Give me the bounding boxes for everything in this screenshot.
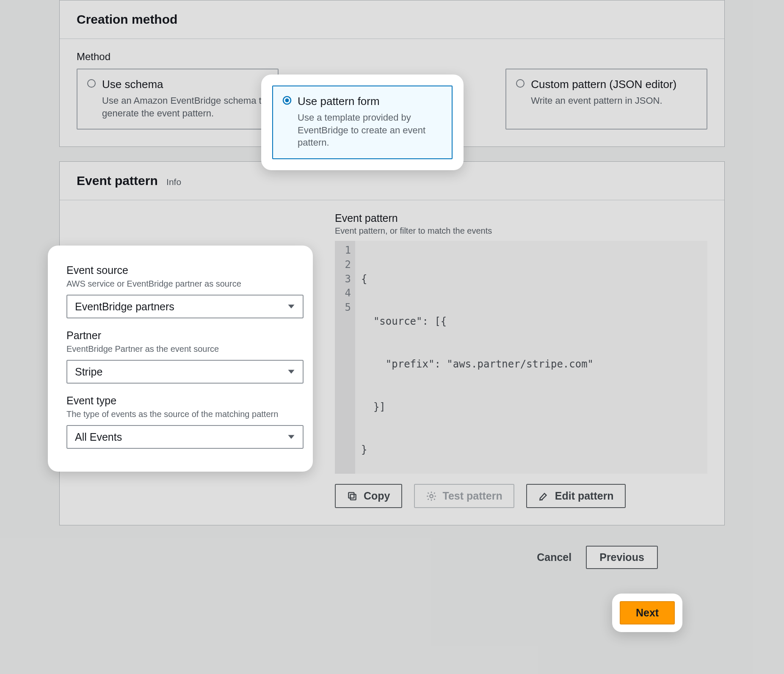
- partner-group: Partner EventBridge Partner as the event…: [66, 329, 294, 384]
- partner-label: Partner: [66, 329, 294, 342]
- code-editor[interactable]: 1 2 3 4 5 { "source": [{ "prefix": "aws.…: [335, 241, 707, 474]
- line-number: 4: [339, 286, 351, 301]
- svg-point-1: [516, 80, 524, 87]
- previous-button[interactable]: Previous: [586, 546, 658, 569]
- code-gutter: 1 2 3 4 5: [335, 241, 355, 474]
- highlight-source-form: Event source AWS service or EventBridge …: [48, 246, 313, 472]
- event-source-group: Event source AWS service or EventBridge …: [66, 264, 294, 318]
- method-option-title: Use pattern form: [298, 95, 442, 108]
- code-line: "prefix": "aws.partner/stripe.com": [361, 357, 594, 372]
- method-option-title: Custom pattern (JSON editor): [531, 78, 676, 91]
- method-option-custom[interactable]: Custom pattern (JSON editor) Write an ev…: [505, 69, 707, 130]
- svg-rect-2: [351, 494, 356, 500]
- line-number: 5: [339, 301, 351, 315]
- code-line: }]: [361, 400, 594, 414]
- line-number: 2: [339, 258, 351, 272]
- code-lines: { "source": [{ "prefix": "aws.partner/st…: [355, 241, 599, 474]
- line-number: 1: [339, 243, 351, 258]
- next-button[interactable]: Next: [620, 601, 675, 624]
- code-hint: Event pattern, or filter to match the ev…: [335, 226, 707, 236]
- highlight-next: Next: [612, 594, 682, 632]
- code-column: Event pattern Event pattern, or filter t…: [335, 212, 707, 508]
- edit-pattern-button[interactable]: Edit pattern: [526, 484, 626, 508]
- method-label: Method: [77, 51, 707, 63]
- copy-button[interactable]: Copy: [335, 484, 402, 508]
- code-line: }: [361, 443, 594, 457]
- partner-value: Stripe: [75, 366, 102, 378]
- event-type-hint: The type of events as the source of the …: [66, 409, 294, 420]
- gear-icon: [426, 491, 437, 502]
- code-label: Event pattern: [335, 212, 707, 224]
- method-option-desc: Write an event pattern in JSON.: [531, 94, 676, 107]
- method-option-title: Use schema: [102, 78, 268, 91]
- event-source-hint: AWS service or EventBridge partner as so…: [66, 278, 294, 290]
- method-option-pattern-form[interactable]: Use pattern form Use a template provided…: [272, 86, 453, 159]
- svg-point-6: [285, 99, 289, 102]
- method-option-desc: Use an Amazon EventBridge schema to gene…: [102, 94, 268, 119]
- test-pattern-button: Test pattern: [414, 484, 514, 508]
- event-source-select[interactable]: EventBridge partners: [66, 295, 304, 318]
- line-number: 3: [339, 272, 351, 287]
- test-label: Test pattern: [443, 490, 502, 502]
- chevron-down-icon: [287, 303, 295, 310]
- highlight-pattern-form: Use pattern form Use a template provided…: [261, 75, 464, 170]
- edit-label: Edit pattern: [555, 490, 614, 502]
- radio-selected-icon: [282, 96, 292, 105]
- cancel-button[interactable]: Cancel: [534, 551, 574, 564]
- svg-point-4: [430, 494, 433, 498]
- copy-label: Copy: [364, 490, 390, 502]
- edit-icon: [538, 491, 549, 502]
- copy-icon: [347, 491, 358, 502]
- partner-hint: EventBridge Partner as the event source: [66, 343, 294, 355]
- method-option-schema[interactable]: Use schema Use an Amazon EventBridge sch…: [77, 69, 279, 130]
- partner-select[interactable]: Stripe: [66, 360, 304, 384]
- creation-method-heading: Creation method: [77, 12, 707, 27]
- chevron-down-icon: [287, 368, 295, 376]
- event-type-select[interactable]: All Events: [66, 425, 304, 449]
- chevron-down-icon: [287, 433, 295, 441]
- code-line: {: [361, 272, 594, 287]
- event-type-group: Event type The type of events as the sou…: [66, 395, 294, 449]
- event-source-label: Event source: [66, 264, 294, 276]
- radio-unselected-icon: [516, 79, 525, 88]
- radio-unselected-icon: [87, 79, 96, 88]
- svg-point-0: [88, 80, 95, 87]
- event-type-value: All Events: [75, 431, 122, 443]
- wizard-footer: Cancel Previous Next: [59, 540, 725, 575]
- event-source-value: EventBridge partners: [75, 301, 174, 313]
- info-link[interactable]: Info: [166, 177, 181, 187]
- method-option-desc: Use a template provided by EventBridge t…: [298, 111, 442, 149]
- event-pattern-heading-text: Event pattern: [77, 174, 158, 188]
- code-actions: Copy Test pattern: [335, 484, 707, 508]
- event-pattern-heading: Event pattern Info: [77, 174, 707, 188]
- code-line: "source": [{: [361, 315, 594, 329]
- svg-rect-3: [348, 492, 354, 498]
- event-type-label: Event type: [66, 395, 294, 407]
